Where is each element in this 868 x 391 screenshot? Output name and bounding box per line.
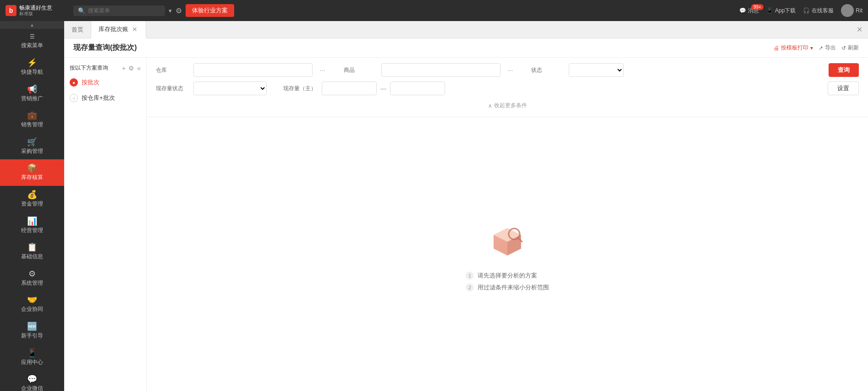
scheme-warehouse-batch-label: 按仓库+批次 xyxy=(82,94,115,102)
stock-qty-max-input[interactable] xyxy=(390,81,445,95)
tab-inventory-batch-label: 库存批次账 xyxy=(99,25,128,33)
sidebar-item-wechat[interactable]: 💬 企业微信 xyxy=(0,370,64,391)
scheme-warehouse-batch[interactable]: ○ 按仓库+批次 xyxy=(64,90,146,106)
export-label: 导出 xyxy=(825,44,836,52)
empty-tip-2: 2 用过滤条件来缩小分析范围 xyxy=(466,283,549,292)
status-label: 状态 xyxy=(531,66,563,74)
sidebar-item-quick-nav[interactable]: ⚡ 快捷导航 xyxy=(0,54,64,81)
refresh-label: 刷新 xyxy=(848,44,859,52)
page-container: 现存量查询(按批次) 🖨 按模板打印 ▾ ↗ 导出 ↺ 刷新 xyxy=(64,38,868,391)
tip-text-2: 用过滤条件来缩小分析范围 xyxy=(478,283,549,292)
range-dash: — xyxy=(380,85,386,92)
sidebar-item-system[interactable]: ⚙ 系统管理 xyxy=(0,265,64,292)
scheme-settings-button[interactable]: ⚙ xyxy=(128,65,134,72)
add-scheme-button[interactable]: + xyxy=(122,65,126,72)
query-button[interactable]: 查询 xyxy=(829,63,859,77)
sidebar-item-purchase[interactable]: 🛒 采购管理 xyxy=(0,133,64,160)
app-download-button[interactable]: 📱 App下载 xyxy=(766,7,796,15)
stock-qty-min-input[interactable] xyxy=(322,81,377,95)
tab-close-all-button[interactable]: ✕ xyxy=(851,21,868,38)
sidebar-item-search-menu[interactable]: ☰ 搜索菜单 xyxy=(0,29,64,54)
scheme-warehouse-batch-icon: ○ xyxy=(70,94,78,102)
tab-inventory-batch[interactable]: 库存批次账 ✕ xyxy=(91,21,146,38)
tip-num-1: 1 xyxy=(466,272,474,280)
sidebar-item-app-center[interactable]: 📱 应用中心 xyxy=(0,344,64,371)
collapse-arrow-icon: ∧ xyxy=(488,103,492,109)
sidebar-label-search: 搜索菜单 xyxy=(21,42,43,49)
header-dropdown-icon[interactable]: ▾ xyxy=(169,7,172,14)
sidebar-label-operations: 经营管理 xyxy=(21,227,43,234)
left-filter-panel: 按以下方案查询 + ⚙ « ● 按批次 ○ 按仓库+批次 xyxy=(64,58,147,391)
sidebar-item-basic-info[interactable]: 📋 基础信息 xyxy=(0,239,64,265)
refresh-button[interactable]: ↺ 刷新 xyxy=(841,44,859,52)
print-expand-icon[interactable]: ▾ xyxy=(810,45,813,51)
sidebar-item-inventory[interactable]: 📦 库存核算 xyxy=(0,159,64,186)
search-icon: 🔍 xyxy=(78,7,85,14)
product-input[interactable] xyxy=(381,63,500,77)
main-layout: ▲ ☰ 搜索菜单 ⚡ 快捷导航 📢 营销推广 💼 销售管理 🛒 采购管理 📦 库… xyxy=(0,21,868,391)
enterprise-icon: 🤝 xyxy=(27,296,37,304)
print-button[interactable]: 🖨 按模板打印 ▾ xyxy=(774,44,813,52)
sidebar-label-wechat: 企业微信 xyxy=(21,385,43,391)
sidebar-item-operations[interactable]: 📊 经营管理 xyxy=(0,212,64,239)
header-gear-button[interactable]: ⚙ xyxy=(176,6,182,15)
status-select[interactable] xyxy=(569,63,624,77)
sidebar-label-quick-nav: 快捷导航 xyxy=(21,69,43,76)
header-right: 💬 消息 99+ 📱 App下载 🎧 在线客服 Rit xyxy=(739,4,863,17)
search-bar[interactable]: 🔍 xyxy=(73,5,165,16)
collapse-more-button[interactable]: ∧ 收起更多条件 xyxy=(156,100,859,111)
scheme-batch[interactable]: ● 按批次 xyxy=(64,75,146,90)
customer-service-button[interactable]: 🎧 在线客服 xyxy=(803,7,834,15)
user-menu[interactable]: Rit xyxy=(841,4,863,17)
app-download-label: App下载 xyxy=(775,7,796,15)
wechat-icon: 💬 xyxy=(27,375,37,383)
search-input[interactable] xyxy=(88,7,143,14)
product-dots[interactable]: ··· xyxy=(506,66,515,74)
sidebar-item-marketing[interactable]: 📢 营销推广 xyxy=(0,81,64,107)
sidebar: ▲ ☰ 搜索菜单 ⚡ 快捷导航 📢 营销推广 💼 销售管理 🛒 采购管理 📦 库… xyxy=(0,21,64,391)
stock-qty-label: 现存量（主） xyxy=(283,85,316,92)
filter-area: 仓库 ··· 商品 ··· 状态 xyxy=(147,58,868,117)
marketing-icon: 📢 xyxy=(27,85,37,93)
trial-button[interactable]: 体验行业方案 xyxy=(186,4,234,17)
title-actions: 🖨 按模板打印 ▾ ↗ 导出 ↺ 刷新 xyxy=(774,44,859,52)
warehouse-input[interactable] xyxy=(193,63,313,77)
sidebar-scroll-up[interactable]: ▲ xyxy=(0,21,64,29)
empty-state: 1 请先选择要分析的方案 2 用过滤条件来缩小分析范围 xyxy=(466,217,549,292)
collapse-panel-button[interactable]: « xyxy=(137,65,141,72)
settings-button[interactable]: 设置 xyxy=(828,81,859,95)
system-icon: ⚙ xyxy=(28,270,36,278)
tab-home[interactable]: 首页 xyxy=(64,21,91,38)
sidebar-label-finance: 资金管理 xyxy=(21,201,43,208)
product-label: 商品 xyxy=(344,66,376,74)
avatar xyxy=(841,4,854,17)
sidebar-item-enterprise[interactable]: 🤝 企业协同 xyxy=(0,291,64,318)
user-name: Rit xyxy=(856,7,863,14)
sidebar-item-finance[interactable]: 💰 资金管理 xyxy=(0,186,64,212)
empty-icon xyxy=(484,217,530,262)
scheme-batch-icon: ● xyxy=(70,78,78,87)
left-panel-title-actions: + ⚙ « xyxy=(122,65,141,72)
message-button[interactable]: 💬 消息 99+ xyxy=(739,7,759,15)
sidebar-item-sales[interactable]: 💼 销售管理 xyxy=(0,107,64,133)
scheme-batch-label: 按批次 xyxy=(82,78,99,87)
collapse-more-label: 收起更多条件 xyxy=(494,102,527,109)
tab-home-label: 首页 xyxy=(71,26,83,34)
message-icon: 💬 xyxy=(739,7,746,14)
top-header: b 畅康通好生意 标准版 🔍 ▾ ⚙ 体验行业方案 💬 消息 99+ 📱 App… xyxy=(0,0,868,21)
stock-status-select[interactable] xyxy=(193,81,267,95)
operations-icon: 📊 xyxy=(27,217,37,225)
warehouse-dots[interactable]: ··· xyxy=(318,66,327,74)
inner-layout: 按以下方案查询 + ⚙ « ● 按批次 ○ 按仓库+批次 xyxy=(64,58,868,391)
tab-close-button[interactable]: ✕ xyxy=(131,25,138,33)
sidebar-label-sales: 销售管理 xyxy=(21,121,43,129)
empty-tips: 1 请先选择要分析的方案 2 用过滤条件来缩小分析范围 xyxy=(466,272,549,292)
print-label: 按模板打印 xyxy=(781,44,808,52)
message-badge: 99+ xyxy=(751,4,764,10)
sales-icon: 💼 xyxy=(27,111,37,119)
customer-service-label: 在线客服 xyxy=(812,7,834,15)
print-icon: 🖨 xyxy=(774,45,779,51)
filter-row-1: 仓库 ··· 商品 ··· 状态 xyxy=(156,63,859,77)
sidebar-item-guide[interactable]: 🆕 新手引导 xyxy=(0,318,64,344)
export-button[interactable]: ↗ 导出 xyxy=(819,44,836,52)
